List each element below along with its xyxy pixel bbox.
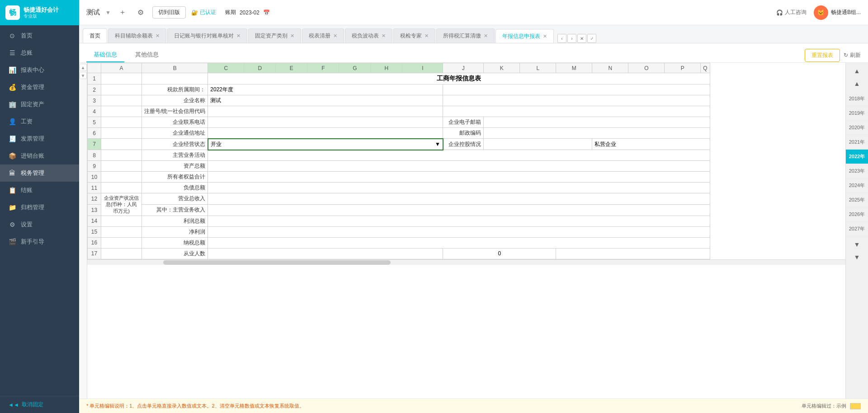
cell-12-B[interactable]: 营业总收入 (142, 193, 208, 205)
col-header-F[interactable]: F (307, 63, 339, 73)
sidebar-collapse-btn[interactable]: ◄◄ 取消固定 (0, 396, 79, 413)
cell-5-J[interactable]: 企业电子邮箱 (443, 117, 484, 128)
cell-12-C[interactable] (208, 193, 710, 205)
sidebar-item-settings[interactable]: ⚙ 设置 (0, 216, 79, 233)
tab-home[interactable]: 首页 (83, 28, 107, 43)
cell-7-C[interactable]: 开业 ▼ (208, 139, 443, 150)
cell-4-A[interactable] (101, 106, 142, 117)
cell-15-C[interactable] (208, 226, 710, 237)
cell-6-A[interactable] (101, 128, 142, 139)
refresh-btn[interactable]: ↻ 刷新 (844, 52, 861, 59)
tab-fixed-assets[interactable]: 固定资产类别 ✕ (248, 28, 301, 43)
cell-3-J[interactable] (443, 95, 710, 106)
sidebar-item-funds[interactable]: 💰 资金管理 (0, 79, 79, 96)
year-scroll-down-btn[interactable]: ▼ (846, 238, 868, 251)
cell-16-B[interactable]: 纳税总额 (142, 237, 208, 248)
tab-expand[interactable]: ⤢ (587, 34, 596, 43)
cell-8-A[interactable] (101, 150, 142, 161)
tab-tax-inspect[interactable]: 税检专家 ✕ (393, 28, 435, 43)
tab-fixed-assets-close[interactable]: ✕ (290, 33, 294, 39)
col-header-K[interactable]: K (484, 63, 520, 73)
workspace-dropdown-icon[interactable]: ▼ (105, 9, 111, 16)
year-item-2027[interactable]: 2027年 (846, 222, 868, 236)
year-item-2018[interactable]: 2018年 (846, 92, 868, 106)
tab-tax-list[interactable]: 税表清册 ✕ (302, 28, 344, 43)
tab-income-tax-close[interactable]: ✕ (484, 33, 488, 39)
tab-tax-list-close[interactable]: ✕ (333, 33, 337, 39)
cell-1-B[interactable] (142, 73, 208, 84)
col-header-L[interactable]: L (520, 63, 556, 73)
cell-1-title[interactable]: 工商年报信息表 (208, 73, 710, 84)
cell-13-C[interactable] (208, 204, 710, 216)
year-scroll-up-btn[interactable]: ▲ (846, 65, 868, 77)
cell-16-C[interactable] (208, 237, 710, 248)
cell-4-J[interactable] (443, 106, 710, 117)
tab-annual-report-close[interactable]: ✕ (543, 33, 547, 39)
year-item-2023[interactable]: 2023年 (846, 164, 868, 178)
year-item-2026[interactable]: 2026年 (846, 207, 868, 222)
row-num-1[interactable]: 1 (88, 73, 101, 84)
sidebar-item-reports[interactable]: 📊 报表中心 (0, 61, 79, 79)
sidebar-item-close[interactable]: 📋 结账 (0, 182, 79, 199)
tab-tax-wave-close[interactable]: ✕ (382, 33, 386, 39)
cell-10-A[interactable] (101, 172, 142, 183)
tab-bank-reconcile[interactable]: 日记账与银行对账单核对 ✕ (167, 28, 247, 43)
col-header-I[interactable]: I (402, 63, 443, 73)
sidebar-item-invoice[interactable]: 🧾 发票管理 (0, 130, 79, 147)
cell-8-C[interactable] (208, 150, 710, 161)
cell-4-B[interactable]: 注册号/统一社会信用代码 (142, 106, 208, 117)
tab-auxiliary-close[interactable]: ✕ (156, 33, 160, 39)
row-num-7[interactable]: 7 (88, 139, 101, 150)
col-header-C[interactable]: C (208, 63, 244, 73)
panel-collapse-down[interactable]: ▼ (80, 72, 87, 79)
sidebar-item-purchase[interactable]: 📦 进销台账 (0, 147, 79, 164)
sidebar-item-tax[interactable]: 🏛 税务管理 (0, 164, 79, 182)
sidebar-item-assets[interactable]: 🏢 固定资产 (0, 96, 79, 113)
reset-report-btn[interactable]: 重置报表 (805, 49, 840, 62)
cell-5-C[interactable] (208, 117, 443, 128)
cell-6-J[interactable]: 邮政编码 (443, 128, 484, 139)
cell-11-C[interactable] (208, 183, 710, 193)
cell-7-J[interactable]: 企业控股情况 (443, 139, 484, 150)
user-area[interactable]: 🐱 畅捷通B组... (814, 5, 861, 20)
col-header-D[interactable]: D (244, 63, 276, 73)
tab-scroll-right[interactable]: › (567, 34, 576, 43)
row-num-17[interactable]: 17 (88, 248, 101, 259)
cell-2-C[interactable]: 2022年度 (208, 84, 443, 95)
col-header-N[interactable]: N (592, 63, 628, 73)
cell-17-B[interactable]: 从业人数 (142, 248, 208, 259)
cell-4-C[interactable] (208, 106, 443, 117)
cell-17-A[interactable] (101, 248, 142, 259)
calendar-icon[interactable]: 📅 (263, 9, 270, 16)
year-item-2025[interactable]: 2025年 (846, 193, 868, 207)
cell-14-B[interactable]: 利润总额 (142, 216, 208, 226)
sub-tab-basic[interactable]: 基础信息 (86, 48, 124, 62)
cell-11-A[interactable] (101, 183, 142, 193)
cell-14-C[interactable] (208, 216, 710, 226)
cell-1-A[interactable] (101, 73, 142, 84)
row-num-10[interactable]: 10 (88, 172, 101, 183)
col-header-J[interactable]: J (443, 63, 484, 73)
tab-tax-inspect-close[interactable]: ✕ (425, 33, 429, 39)
cell-9-B[interactable]: 资产总额 (142, 161, 208, 172)
cell-7-A[interactable] (101, 139, 142, 150)
switch-version-btn[interactable]: 切到旧版 (152, 6, 186, 19)
tab-income-tax[interactable]: 所得税汇算清缴 ✕ (436, 28, 495, 43)
tab-tax-wave[interactable]: 税负波动表 ✕ (345, 28, 392, 43)
cell-3-B[interactable]: 企业名称 (142, 95, 208, 106)
cell-8-B[interactable]: 主营业务活动 (142, 150, 208, 161)
row-num-5[interactable]: 5 (88, 117, 101, 128)
row-num-6[interactable]: 6 (88, 128, 101, 139)
cell-9-A[interactable] (101, 161, 142, 172)
tab-auxiliary[interactable]: 科目辅助余额表 ✕ (108, 28, 166, 43)
col-header-H[interactable]: H (371, 63, 402, 73)
sidebar-item-guide[interactable]: 🎬 新手引导 (0, 233, 79, 250)
cell-16-A[interactable] (101, 237, 142, 248)
row-num-12[interactable]: 12 (88, 193, 101, 205)
tab-annual-report[interactable]: 年报信息申报表 ✕ (495, 29, 554, 43)
row-num-11[interactable]: 11 (88, 183, 101, 193)
year-item-2019[interactable]: 2019年 (846, 106, 868, 121)
row-num-14[interactable]: 14 (88, 216, 101, 226)
cell-17-M[interactable] (556, 248, 710, 259)
panel-collapse-top[interactable]: ▲ (80, 64, 87, 71)
